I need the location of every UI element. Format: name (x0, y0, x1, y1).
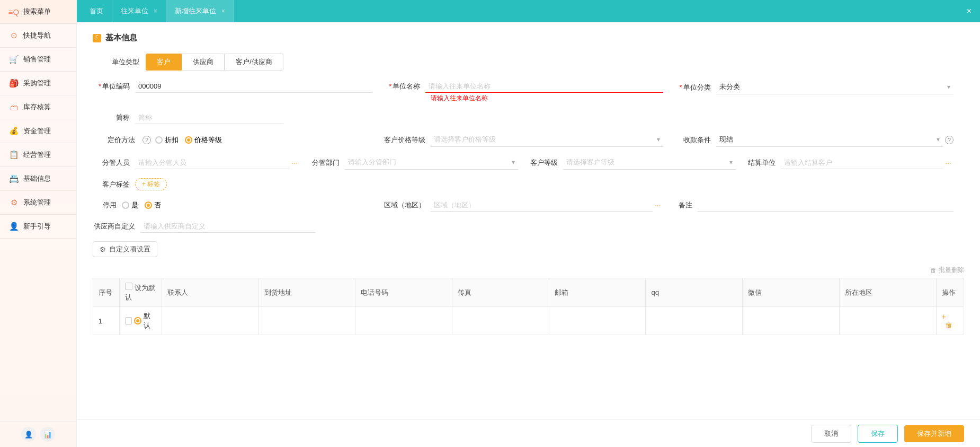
sidebar-item-new-guide[interactable]: 👤 新手引导 (0, 215, 76, 239)
custom-settings-button[interactable]: ⚙ 自定义项设置 (93, 241, 157, 257)
phone-input[interactable] (361, 317, 447, 325)
unit-category-select[interactable]: 未分类 ▾ (716, 80, 954, 94)
sidebar-item-label: 经营管理 (23, 150, 51, 160)
add-row-btn[interactable]: + (942, 312, 946, 321)
sidebar-item-sales[interactable]: 🛒 销售管理 (0, 48, 76, 72)
sidebar-item-basic-info[interactable]: 📇 基础信息 (0, 167, 76, 191)
customer-price-level-select[interactable]: 请选择客户价格等级 ▾ (431, 133, 663, 147)
cell-address[interactable] (259, 307, 355, 335)
settlement-more-btn[interactable]: ··· (943, 159, 954, 167)
sidebar-item-label: 系统管理 (23, 198, 51, 207)
save-button[interactable]: 保存 (858, 425, 898, 443)
gear-icon: ⚙ (100, 246, 106, 253)
user-avatar[interactable]: 👤 (21, 427, 36, 442)
section-title: 基本信息 (105, 33, 137, 43)
region-input[interactable] (431, 199, 653, 212)
tab-new-contact-close[interactable]: × (221, 7, 225, 15)
radio-yes[interactable]: 是 (122, 200, 138, 210)
delete-row-btn[interactable]: 🗑 (945, 321, 952, 329)
tab-home-label: 首页 (90, 6, 103, 16)
manager-input[interactable] (135, 156, 290, 169)
email-input[interactable] (555, 317, 640, 325)
short-name-input[interactable] (135, 111, 283, 124)
main-content: 首页 往来单位 × 新增往来单位 × × F 基本信息 单位类型 客户 供应商 … (77, 0, 980, 447)
save-and-new-button[interactable]: 保存并新增 (904, 425, 964, 442)
sidebar-item-label: 资金管理 (23, 126, 51, 136)
stats-icon[interactable]: 📊 (40, 427, 55, 442)
field-disabled: 停用 是 否 (93, 200, 372, 210)
radio-yes-label: 是 (131, 200, 138, 210)
payment-terms-select[interactable]: 现结 ▾ (716, 133, 943, 147)
row-default-radio[interactable]: 默认 (134, 311, 156, 330)
tab-new-contact[interactable]: 新增往来单位 × (166, 0, 234, 22)
pricing-method-label: 定价方法 (93, 135, 140, 145)
cancel-button[interactable]: 取消 (811, 425, 851, 443)
col-address: 到货地址 (259, 278, 355, 307)
radio-discount[interactable]: 折扣 (155, 135, 179, 145)
cell-wechat[interactable] (743, 307, 840, 335)
sidebar-item-system[interactable]: ⚙ 系统管理 (0, 191, 76, 215)
manager-more-btn[interactable]: ··· (290, 159, 300, 167)
cell-contact[interactable] (162, 307, 259, 335)
radio-discount-circle (155, 136, 163, 144)
sidebar-item-search[interactable]: ≡Q 搜索菜单 (0, 0, 76, 24)
batch-delete-icon: 🗑 (930, 267, 937, 274)
col-seq: 序号 (93, 278, 120, 307)
row-checkbox[interactable] (125, 317, 132, 325)
region-more-btn[interactable]: ··· (653, 201, 663, 209)
basic-info-icon: 📇 (8, 173, 19, 184)
unit-type-supplier[interactable]: 供应商 (182, 54, 225, 71)
contact-table: 序号 设为默认 联系人 到货地址 电话号码 传真 邮箱 qq 微信 所在地区 操… (93, 278, 964, 335)
sidebar-item-inventory[interactable]: 🗃 库存核算 (0, 95, 76, 119)
unit-code-input[interactable] (135, 80, 372, 93)
sidebar-item-label: 库存核算 (23, 102, 51, 112)
supplier-custom-label: 供应商自定义 (93, 222, 140, 231)
qq-input[interactable] (651, 317, 737, 325)
unit-type-both[interactable]: 客户/供应商 (225, 54, 283, 71)
unit-name-input[interactable] (425, 80, 663, 93)
unit-name-label: 单位名称 (383, 82, 425, 91)
sidebar-item-operations[interactable]: 📋 经营管理 (0, 143, 76, 167)
cell-phone[interactable] (355, 307, 452, 335)
radio-price-level[interactable]: 价格等级 (185, 135, 222, 145)
row-short-name: 简称 (93, 111, 964, 124)
customer-price-level-label: 客户价格等级 (383, 135, 431, 145)
table-row: 1 默认 (93, 307, 964, 335)
customer-level-select[interactable]: 请选择客户等级 ▾ (563, 155, 736, 170)
payment-help-icon[interactable]: ? (945, 136, 954, 144)
wechat-input[interactable] (748, 317, 834, 325)
field-unit-name: 单位名称 请输入往来单位名称 (383, 80, 663, 103)
sales-icon: 🛒 (8, 54, 19, 65)
contact-input[interactable] (167, 317, 253, 325)
col-contact: 联系人 (162, 278, 259, 307)
row-unit-info: 单位编码 单位名称 请输入往来单位名称 单位分类 未分类 ▾ (93, 80, 964, 103)
radio-yes-circle (122, 201, 129, 209)
sidebar-item-quick-nav[interactable]: ⊙ 快捷导航 (0, 24, 76, 48)
batch-delete-label[interactable]: 批量删除 (939, 266, 964, 275)
tab-contacts-close[interactable]: × (154, 7, 157, 15)
remark-input[interactable] (698, 199, 954, 212)
pricing-help-icon[interactable]: ? (142, 136, 151, 144)
window-close-button[interactable]: × (963, 6, 976, 16)
header-checkbox[interactable] (125, 283, 132, 290)
tab-contacts[interactable]: 往来单位 × (112, 0, 166, 22)
supplier-custom-input[interactable] (140, 220, 315, 233)
address-input[interactable] (264, 317, 350, 325)
tab-home[interactable]: 首页 (81, 0, 112, 22)
region-table-input[interactable] (845, 317, 931, 325)
add-tag-button[interactable]: + 标签 (135, 178, 167, 190)
unit-type-customer[interactable]: 客户 (146, 54, 182, 71)
short-name-label: 简称 (93, 113, 135, 122)
cell-region[interactable] (839, 307, 936, 335)
radio-no[interactable]: 否 (145, 200, 161, 210)
remark-label: 备注 (674, 200, 698, 210)
fax-input[interactable] (458, 317, 544, 325)
sidebar-item-finance[interactable]: 💰 资金管理 (0, 119, 76, 143)
cell-email[interactable] (549, 307, 646, 335)
settlement-input[interactable] (781, 156, 943, 169)
department-select[interactable]: 请输入分管部门 ▾ (345, 155, 518, 170)
cell-qq[interactable] (646, 307, 743, 335)
department-label: 分管部门 (310, 158, 345, 168)
sidebar-item-purchase[interactable]: 🎒 采购管理 (0, 72, 76, 95)
cell-fax[interactable] (452, 307, 549, 335)
